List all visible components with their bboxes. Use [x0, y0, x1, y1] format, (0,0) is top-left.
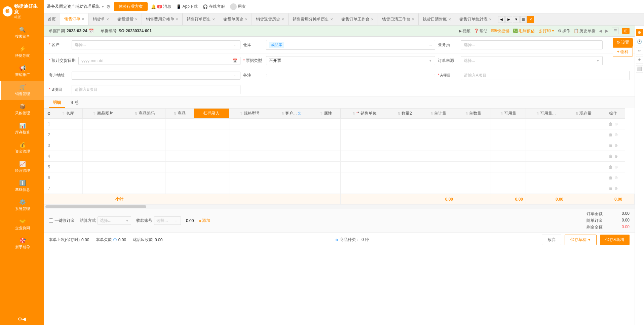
tab-home[interactable]: 首页 — [44, 13, 60, 26]
invoice-type-select[interactable]: 不开票 ▼ — [266, 56, 435, 65]
cell-product[interactable] — [165, 119, 194, 129]
row-delete-icon[interactable]: 🗑 — [609, 165, 613, 169]
cell-available2[interactable] — [526, 119, 566, 129]
prev-record-icon[interactable]: ◀ — [599, 29, 602, 33]
row-copy-icon[interactable]: ⊕ — [614, 165, 618, 169]
right-panel-edit-icon[interactable]: ✏ — [636, 47, 643, 54]
tab-close-icon[interactable]: ✕ — [489, 17, 492, 21]
cell-customer-code[interactable] — [271, 119, 312, 129]
view-action[interactable]: ▶ 视频 — [459, 28, 470, 34]
account-select[interactable]: 选择... ··· — [154, 216, 181, 225]
one-click-settlement-label[interactable]: 一键收订金 — [49, 218, 75, 224]
tab-prev-arrow[interactable]: ◀ — [498, 16, 505, 23]
help-action[interactable]: ❓ 帮助 — [474, 28, 488, 34]
tab-close-icon[interactable]: ✕ — [135, 17, 138, 21]
cell-spec[interactable] — [229, 119, 271, 129]
tab-close-icon[interactable]: ✕ — [371, 17, 374, 21]
b-project-input[interactable]: 请输入B项目 — [72, 85, 240, 94]
sidebar-item-search[interactable]: 🔍 搜索菜单 — [0, 23, 44, 42]
cell-unit[interactable] — [340, 119, 389, 129]
save-new-button[interactable]: 保存&新增 — [600, 235, 630, 245]
sidebar-item-finance[interactable]: 💰 资金管理 — [0, 138, 44, 157]
staff-input[interactable]: 选择... — [461, 40, 603, 49]
cell-current[interactable] — [566, 119, 601, 129]
add-button[interactable]: ● 添加 — [199, 218, 210, 224]
tab-sales-invoice[interactable]: 销货单 ✕ — [89, 13, 113, 26]
detail-tab-detail[interactable]: 明细 — [49, 98, 65, 108]
tab-close-icon[interactable]: ✕ — [245, 17, 248, 21]
discard-button[interactable]: 放弃 — [542, 235, 561, 245]
tab-cash-workbench[interactable]: 钱货日清工作台 ✕ — [378, 13, 419, 26]
row-copy-icon[interactable]: ⊕ — [614, 186, 618, 191]
warehouse-input[interactable]: 成品库 ··· — [266, 40, 435, 50]
right-panel-clock-icon[interactable]: 🕐 — [636, 38, 643, 45]
sidebar-item-management[interactable]: 📈 经营管理 — [0, 157, 44, 176]
app-download-icon[interactable]: 📱 App下载 — [176, 4, 197, 9]
tab-sales-order-history[interactable]: 销售订单历史 ✕ — [183, 13, 219, 26]
cell-warehouse[interactable] — [54, 119, 83, 129]
cell-image[interactable] — [82, 119, 124, 129]
tab-close-icon[interactable]: ✕ — [176, 17, 178, 21]
sidebar-item-quick-nav[interactable]: ⚡ 快捷导航 — [0, 42, 44, 62]
right-panel-settings-icon[interactable]: ⚙ — [636, 29, 643, 36]
sidebar-item-enterprise[interactable]: 🤝 企业协同 — [0, 215, 44, 234]
address-input[interactable]: ··· — [72, 72, 240, 80]
order-source-input[interactable]: 选择... ▼ — [461, 56, 603, 65]
cell-main-qty[interactable] — [456, 119, 491, 129]
row-delete-icon[interactable]: 🗑 — [609, 143, 613, 148]
cell-attr[interactable] — [312, 119, 340, 129]
right-panel-puzzle-icon[interactable]: ⬜ — [636, 65, 643, 73]
add-product-btn[interactable]: + 物料 — [613, 47, 633, 56]
row-copy-icon[interactable]: ⊕ — [614, 122, 618, 126]
row-delete-icon[interactable]: 🗑 — [609, 154, 613, 159]
tab-close-icon[interactable]: ✕ — [330, 17, 333, 21]
user-icon[interactable]: 用友 — [230, 3, 246, 10]
col-settings[interactable]: ⚙ — [44, 109, 54, 119]
expand-icon[interactable]: ⊞ — [622, 28, 630, 34]
horizontal-scrollbar[interactable] — [44, 205, 635, 209]
tab-fee-history[interactable]: 销售费用分摊单历史 ✕ — [289, 13, 337, 26]
list-view-icon[interactable]: ☰ — [612, 28, 619, 34]
tab-next-arrow[interactable]: ▶ — [505, 16, 512, 23]
print-action[interactable]: 🖨 打印 ▼ — [538, 28, 555, 34]
row-copy-icon[interactable]: ⊕ — [614, 154, 618, 159]
cell-scan[interactable] — [194, 119, 229, 129]
profit-action[interactable]: 💹 毛利预估 — [513, 28, 535, 34]
tab-sales-order[interactable]: 销售订单 ✕ — [60, 13, 89, 26]
tab-close-icon[interactable]: ✕ — [212, 17, 215, 21]
tab-close-all-icon[interactable]: ✕ — [527, 16, 534, 23]
calendar-icon[interactable]: 📅 — [89, 29, 94, 33]
detail-tab-summary[interactable]: 汇总 — [67, 98, 83, 108]
sidebar-item-sales[interactable]: 🛒 销售管理 — [0, 81, 44, 100]
settings-bottom-icon[interactable]: ⚙ — [18, 316, 22, 322]
row-delete-icon[interactable]: 🗑 — [609, 186, 613, 191]
tab-close-icon[interactable]: ✕ — [448, 17, 451, 21]
col-scan[interactable]: 扫码录入 — [194, 109, 229, 119]
industry-btn[interactable]: 体验行业方案 — [114, 2, 148, 11]
cell-code[interactable] — [124, 119, 165, 129]
row-copy-icon[interactable]: ⊕ — [614, 143, 618, 148]
tab-close-icon[interactable]: ✕ — [82, 17, 84, 21]
sidebar-item-purchase[interactable]: 📦 采购管理 — [0, 100, 44, 119]
cell-main-unit[interactable] — [421, 119, 456, 129]
history-action[interactable]: 📋 历史单据 — [574, 28, 596, 34]
row-copy-icon[interactable]: ⊕ — [614, 132, 618, 137]
tab-sales-fee[interactable]: 销售费用分摊单 ✕ — [142, 13, 183, 26]
tab-order-workbench[interactable]: 销售订单工作台 ✕ — [337, 13, 378, 26]
tab-sales-return[interactable]: 销货退货 ✕ — [113, 13, 142, 26]
tab-cash-reconcile[interactable]: 钱货日清对账 ✕ — [419, 13, 455, 26]
next-record-icon[interactable]: ▶ — [605, 29, 608, 33]
collapse-icon[interactable]: ◀ — [22, 316, 26, 322]
sidebar-item-basic-info[interactable]: ℹ️ 基础信息 — [0, 176, 44, 196]
sidebar-item-inventory[interactable]: 📊 库存核算 — [0, 119, 44, 138]
row-delete-icon[interactable]: 🗑 — [609, 122, 613, 126]
settlement-select[interactable]: 选择... ▼ — [98, 216, 131, 225]
sidebar-item-guide[interactable]: 🎯 新手引导 — [0, 234, 44, 253]
row-copy-icon[interactable]: ⊕ — [614, 175, 618, 180]
tab-close-icon[interactable]: ✕ — [412, 17, 414, 21]
remark-input[interactable] — [266, 74, 435, 77]
tab-invoice-history[interactable]: 销货单历史 ✕ — [219, 13, 252, 26]
tab-close-icon[interactable]: ✕ — [106, 17, 109, 21]
shortcut-action[interactable]: ⌨ 快捷键 — [491, 28, 509, 34]
online-service-icon[interactable]: 🎧 在线客服 — [203, 4, 225, 9]
